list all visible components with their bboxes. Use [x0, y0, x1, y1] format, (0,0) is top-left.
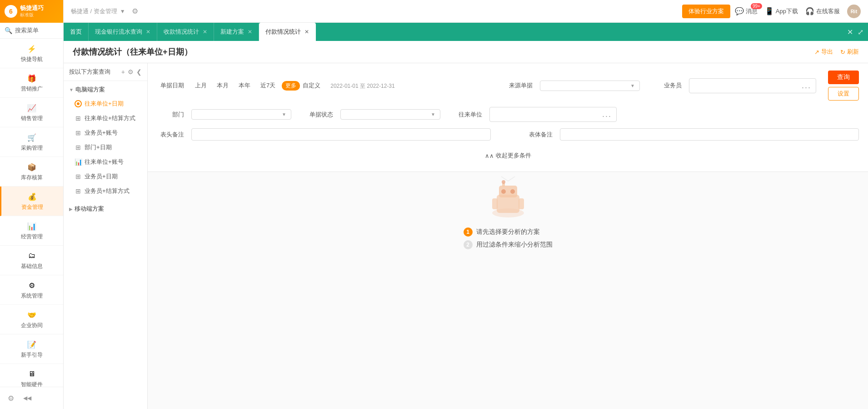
source-select[interactable]: ▼: [540, 81, 640, 91]
dept-label: 部门: [157, 111, 184, 119]
scheme-group-desktop: ▼ 电脑端方案 往来单位+日期 ⊞ 往来单位+结算方式 ⊞ 业务员+账号: [64, 81, 147, 200]
sidebar-item-purchase[interactable]: 🛒 采购管理: [0, 127, 63, 157]
date-more-btn[interactable]: 更多: [282, 81, 300, 91]
messages-icon: 💬: [735, 7, 744, 15]
sidebar-item-quick-nav[interactable]: ⚡ 快捷导航: [0, 39, 63, 68]
svg-rect-2: [492, 198, 498, 209]
marketing-icon: 🎁: [26, 73, 37, 84]
date-custom-btn[interactable]: 自定义: [303, 81, 320, 90]
date-last-month-btn[interactable]: 上月: [191, 80, 210, 91]
search-menu[interactable]: 🔍 搜索菜单: [0, 23, 63, 39]
tab-cashflow[interactable]: 现金银行流水查询 ✕: [89, 23, 157, 41]
scheme-item-dept-date[interactable]: ⊞ 部门+日期: [64, 140, 147, 155]
sidebar-item-marketing[interactable]: 🎁 营销推广: [0, 68, 63, 98]
note-header-input[interactable]: [191, 128, 491, 141]
staff-select[interactable]: ...: [689, 78, 816, 93]
tab-close-all-icon[interactable]: ✕: [847, 28, 853, 36]
sidebar-item-system[interactable]: ⚙ 系统管理: [0, 275, 63, 305]
app-download-btn[interactable]: 📱 App下载: [765, 7, 798, 15]
partner-select[interactable]: ...: [489, 107, 617, 122]
refresh-btn[interactable]: ↻ 刷新: [840, 48, 859, 56]
topbar-gear-icon[interactable]: ⚙: [132, 7, 138, 15]
scheme-group-mobile-title[interactable]: ▶ 移动端方案: [64, 202, 147, 216]
scheme-add-btn[interactable]: +: [121, 68, 125, 76]
sidebar-item-finance[interactable]: 💰 资金管理: [0, 187, 63, 216]
service-icon: 🎧: [805, 7, 814, 15]
date-label: 单据日期: [157, 81, 184, 90]
tab-receipt-close[interactable]: ✕: [203, 29, 207, 35]
svg-point-8: [502, 180, 505, 184]
tab-fullscreen-icon[interactable]: ⤢: [858, 28, 863, 36]
svg-line-10: [508, 177, 515, 181]
filter-settings-btn[interactable]: 设置: [828, 87, 859, 101]
collapse-icon: ∧∧: [485, 152, 494, 159]
page-header: 付款情况统计（往来单位+日期） ↗ 导出 ↻ 刷新: [64, 41, 868, 63]
scheme-group-desktop-title[interactable]: ▼ 电脑端方案: [64, 83, 147, 96]
quick-nav-icon: ⚡: [26, 43, 37, 54]
date-7days-btn[interactable]: 近7天: [257, 80, 279, 91]
hardware-icon: 🖥: [26, 369, 37, 379]
staff-dots-icon[interactable]: ...: [802, 81, 811, 91]
sidebar-item-basic[interactable]: 🗂 基础信息: [0, 246, 63, 275]
sidebar-item-sales[interactable]: 📈 销售管理: [0, 98, 63, 127]
page-title: 付款情况统计（往来单位+日期）: [73, 46, 192, 57]
empty-tip-2: 2 用过滤条件来缩小分析范围: [464, 240, 553, 249]
tab-home[interactable]: 首页: [64, 23, 89, 41]
user-avatar[interactable]: Rit: [847, 5, 861, 18]
scheme-item-table-icon-1: ⊞: [75, 115, 82, 122]
export-btn[interactable]: ↗ 导出: [814, 48, 833, 56]
date-range-display: 2022-01-01 至 2022-12-31: [330, 83, 394, 89]
scheme-item-customer-date[interactable]: 往来单位+日期: [64, 96, 147, 111]
sidebar-item-inventory[interactable]: 📦 库存核算: [0, 157, 63, 187]
scheme-item-chart-icon: 📊: [75, 158, 82, 166]
scheme-item-customer-account[interactable]: 📊 往来单位+账号: [64, 155, 147, 169]
corp-icon: 🤝: [26, 309, 37, 320]
dept-select[interactable]: ▼: [191, 109, 291, 120]
svg-point-5: [501, 189, 506, 194]
scheme-collapse-btn[interactable]: ❮: [136, 68, 142, 76]
main-area: 畅捷通 / 资金管理 ▼ ⚙ 体验行业方案 💬 99+ 消息 📱 App下载 🎧…: [64, 0, 868, 409]
doc-status-select[interactable]: ▼: [340, 109, 440, 120]
topbar: 畅捷通 / 资金管理 ▼ ⚙ 体验行业方案 💬 99+ 消息 📱 App下载 🎧…: [64, 0, 868, 23]
sidebar-item-guide[interactable]: 📝 新手引导: [0, 334, 63, 364]
tab-receipt-stats[interactable]: 收款情况统计 ✕: [157, 23, 214, 41]
scheme-panel-header: 按以下方案查询 + ⚙ ❮: [64, 63, 147, 81]
sidebar-settings-btn[interactable]: ⚙: [5, 392, 17, 404]
tab-new-scheme-close[interactable]: ✕: [248, 29, 252, 35]
tab-new-scheme[interactable]: 新建方案 ✕: [214, 23, 259, 41]
note-body-input[interactable]: [560, 128, 859, 141]
system-icon: ⚙: [26, 280, 37, 291]
trial-btn[interactable]: 体验行业方案: [682, 5, 730, 18]
sidebar-header: 6 畅捷通巧 标准版: [0, 0, 63, 23]
sidebar-collapse-btn[interactable]: ◀◀: [21, 392, 34, 404]
scheme-item-customer-settle[interactable]: ⊞ 往来单位+结算方式: [64, 111, 147, 126]
query-btn[interactable]: 查询: [828, 71, 859, 84]
logo-icon: 6: [5, 5, 17, 18]
app-icon: 📱: [765, 7, 774, 15]
tabbar: 首页 现金银行流水查询 ✕ 收款情况统计 ✕ 新建方案 ✕ 付款情况统计 ✕ ✕…: [64, 23, 868, 41]
breadcrumb-dropdown[interactable]: ▼: [120, 8, 125, 15]
sidebar-item-hardware[interactable]: 🖥 智能硬件: [0, 364, 63, 387]
scheme-item-staff-account[interactable]: ⊞ 业务员+账号: [64, 126, 147, 140]
scheme-item-staff-date[interactable]: ⊞ 业务员+日期: [64, 169, 147, 184]
scheme-panel: 按以下方案查询 + ⚙ ❮ ▼ 电脑端方案 往来单位+日期 ⊞: [64, 63, 148, 409]
scheme-settings-btn[interactable]: ⚙: [128, 68, 134, 76]
online-service-btn[interactable]: 🎧 在线客服: [805, 7, 840, 15]
content-area: 按以下方案查询 + ⚙ ❮ ▼ 电脑端方案 往来单位+日期 ⊞: [64, 63, 868, 409]
scheme-item-staff-settle[interactable]: ⊞ 业务员+结算方式: [64, 184, 147, 198]
filter-row-1: 单据日期 上月 本月 本年 近7天 更多 自定义 2022-01-01 至 20…: [157, 71, 859, 101]
tab-payment-stats[interactable]: 付款情况统计 ✕: [259, 23, 316, 41]
date-this-year-btn[interactable]: 本年: [235, 80, 254, 91]
data-area: 1 请先选择要分析的方案 2 用过滤条件来缩小分析范围: [148, 172, 868, 409]
messages-btn[interactable]: 💬 99+ 消息: [735, 7, 758, 15]
tab-payment-close[interactable]: ✕: [304, 29, 309, 35]
date-this-month-btn[interactable]: 本月: [213, 80, 232, 91]
sidebar-item-operation[interactable]: 📊 经营管理: [0, 216, 63, 246]
inventory-icon: 📦: [26, 162, 37, 172]
scheme-item-table-icon-4: ⊞: [75, 173, 82, 180]
export-icon: ↗: [814, 49, 819, 56]
partner-dots-icon[interactable]: ...: [602, 110, 612, 119]
tab-cashflow-close[interactable]: ✕: [146, 29, 150, 35]
collapse-btn[interactable]: ∧∧ 收起更多条件: [157, 147, 859, 164]
sidebar-item-corp[interactable]: 🤝 企业协同: [0, 305, 63, 334]
